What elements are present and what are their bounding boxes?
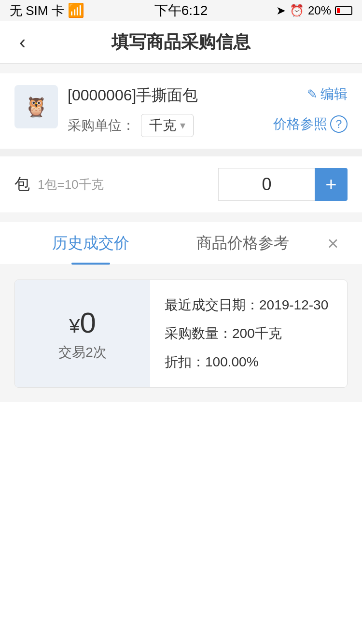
- location-icon: ➤: [276, 4, 286, 17]
- page-title: 填写商品采购信息: [111, 30, 251, 54]
- price-reference-button[interactable]: 价格参照 ？: [273, 115, 348, 133]
- back-button[interactable]: ‹: [14, 27, 30, 58]
- tab-bar: 历史成交价 商品价格参考 ×: [0, 222, 362, 265]
- price-section: ¥0 交易2次 最近成交日期：2019-12-30 采购数量：200千克 折扣：…: [0, 265, 362, 402]
- page-rest: [0, 402, 362, 644]
- tab-close-button[interactable]: ×: [319, 222, 348, 265]
- product-thumbnail: 🦉: [14, 85, 58, 128]
- unit-value: 千克: [149, 116, 176, 135]
- recent-date-row: 最近成交日期：2019-12-30: [165, 294, 333, 316]
- alarm-icon: ⏰: [290, 4, 304, 17]
- status-time: 下午6:12: [154, 1, 208, 20]
- wifi-icon: 📶: [68, 3, 84, 18]
- purchase-qty-row: 采购数量：200千克: [165, 323, 333, 345]
- battery-indicator: [335, 6, 352, 15]
- purchase-qty-label: 采购数量：: [165, 326, 232, 341]
- product-owl-icon: 🦉: [24, 96, 48, 118]
- product-name: [0000006]手撕面包: [68, 85, 198, 106]
- price-ref-hint-icon: ？: [330, 115, 348, 133]
- quantity-plus-button[interactable]: +: [315, 168, 348, 201]
- recent-date-value: 2019-12-30: [259, 297, 328, 312]
- status-left: 无 SIM 卡 📶: [10, 2, 84, 19]
- price-amount: ¥0: [69, 306, 96, 339]
- dropdown-arrow-icon: ▾: [180, 119, 185, 132]
- section-divider: [0, 149, 362, 156]
- tab-history-label: 历史成交价: [52, 233, 129, 254]
- tab-active-indicator: [71, 263, 110, 265]
- price-ref-label: 价格参照: [273, 115, 327, 133]
- bag-label: 包: [14, 174, 30, 195]
- tab-price-ref-label: 商品价格参考: [196, 233, 289, 254]
- product-card: 🦉 [0000006]手撕面包 采购单位： 千克 ▾ ✎ 编辑 价格参照: [0, 73, 362, 149]
- price-summary: ¥0 交易2次: [15, 280, 150, 387]
- unit-select-dropdown[interactable]: 千克 ▾: [141, 114, 194, 137]
- status-bar: 无 SIM 卡 📶 下午6:12 ➤ ⏰ 20%: [0, 0, 362, 21]
- product-header: 🦉 [0000006]手撕面包 采购单位： 千克 ▾ ✎ 编辑 价格参照: [14, 85, 348, 137]
- product-info: 🦉 [0000006]手撕面包 采购单位： 千克 ▾: [14, 85, 198, 137]
- quantity-row: 包 1包=10千克 +: [0, 156, 362, 212]
- tab-history-price[interactable]: 历史成交价: [14, 222, 167, 265]
- discount-label: 折扣：: [165, 354, 205, 369]
- price-value: 0: [80, 307, 96, 339]
- product-details: [0000006]手撕面包 采购单位： 千克 ▾: [68, 85, 198, 137]
- no-sim-label: 无 SIM 卡: [10, 3, 64, 18]
- currency-symbol: ¥: [69, 315, 80, 336]
- edit-label: 编辑: [320, 85, 348, 103]
- recent-date-label: 最近成交日期：: [165, 297, 259, 312]
- edit-icon: ✎: [307, 87, 318, 102]
- edit-button[interactable]: ✎ 编辑: [307, 85, 348, 103]
- purchase-qty-value: 200千克: [232, 326, 282, 341]
- bag-equation: 1包=10千克: [38, 176, 104, 193]
- transaction-count: 交易2次: [58, 343, 107, 362]
- price-details: 最近成交日期：2019-12-30 采购数量：200千克 折扣：100.00%: [150, 280, 347, 387]
- quantity-label: 包 1包=10千克: [14, 174, 104, 195]
- price-card: ¥0 交易2次 最近成交日期：2019-12-30 采购数量：200千克 折扣：…: [14, 280, 348, 388]
- discount-value: 100.00%: [205, 354, 259, 369]
- unit-label: 采购单位：: [68, 116, 135, 135]
- quantity-input[interactable]: [218, 168, 315, 201]
- battery-percent: 20%: [308, 4, 331, 17]
- product-unit-row: 采购单位： 千克 ▾: [68, 114, 198, 137]
- tab-product-price-ref[interactable]: 商品价格参考: [167, 222, 319, 265]
- nav-bar: ‹ 填写商品采购信息: [0, 21, 362, 64]
- discount-row: 折扣：100.00%: [165, 351, 333, 373]
- status-right: ➤ ⏰ 20%: [276, 4, 352, 17]
- quantity-input-row: +: [218, 168, 348, 201]
- right-actions: ✎ 编辑 价格参照 ？: [273, 85, 348, 133]
